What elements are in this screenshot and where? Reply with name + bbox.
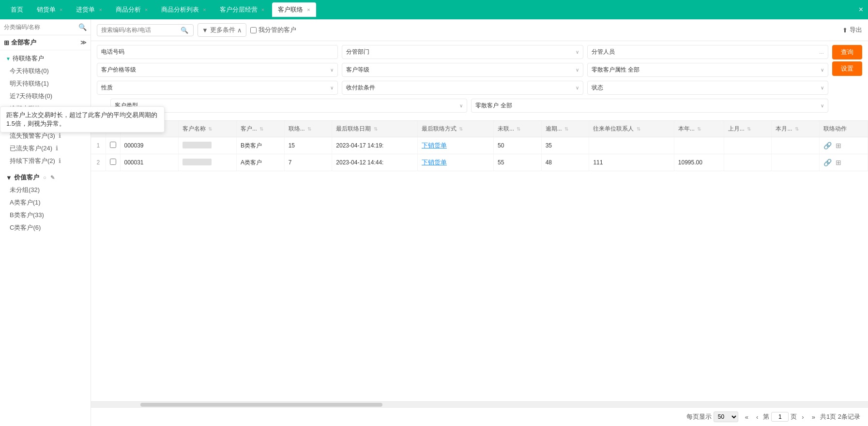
row-checkbox-cell[interactable] bbox=[106, 137, 120, 154]
more-conditions-btn[interactable]: ▼ 更多条件 ∧ bbox=[198, 23, 246, 37]
page-input[interactable] bbox=[771, 412, 789, 422]
row-this-year: 10995.00 bbox=[674, 154, 724, 171]
row-last-contact-method[interactable]: 下销货单 bbox=[417, 137, 493, 154]
sort-icon-this-year[interactable]: ⇅ bbox=[697, 126, 701, 132]
nav-customer-layered[interactable]: 客户分层经营 × bbox=[214, 2, 270, 17]
sort-icon-method[interactable]: ⇅ bbox=[459, 126, 463, 132]
next-page-btn[interactable]: › bbox=[799, 412, 807, 422]
toolbar-search-icon[interactable]: 🔍 bbox=[181, 27, 188, 34]
row-checkbox[interactable] bbox=[110, 142, 116, 148]
sidebar-item-a-class[interactable]: A类客户(1) bbox=[0, 196, 91, 209]
filter-row-3: 性质 ∨ 收付款条件 ∨ 状态 ∨ bbox=[97, 81, 828, 95]
filter-price-level[interactable]: 客户价格等级 ∨ bbox=[97, 63, 338, 77]
sidebar-value-group-title[interactable]: ▼ 价值客户 ○ ✎ bbox=[0, 171, 91, 184]
sort-icon-category[interactable]: ⇅ bbox=[259, 126, 263, 132]
action-link-icon[interactable]: 🔗 bbox=[823, 159, 832, 166]
sort-icon-last-month[interactable]: ⇅ bbox=[747, 126, 751, 132]
sidebar-item-b-class[interactable]: B类客户(33) bbox=[0, 209, 91, 221]
chevron-down-icon-manager: … bbox=[819, 49, 824, 55]
nav-customer-layered-close[interactable]: × bbox=[261, 7, 264, 13]
page-nav: « ‹ 第 页 › » 共1页 2条记录 bbox=[742, 412, 860, 422]
sidebar-search-icon[interactable]: 🔍 bbox=[78, 23, 87, 31]
last-page-btn[interactable]: » bbox=[809, 412, 818, 422]
top-nav: 首页 销货单 × 进货单 × 商品分析 × 商品分析列表 × 客户分层经营 × … bbox=[0, 0, 868, 19]
nav-product-analysis-list-close[interactable]: × bbox=[203, 7, 206, 13]
filter-phone[interactable]: 电话号码 bbox=[97, 45, 338, 59]
col-name: 客户名称 ⇅ bbox=[178, 121, 236, 137]
sort-icon-contact[interactable]: ⇅ bbox=[307, 126, 311, 132]
sidebar-search-input[interactable] bbox=[4, 24, 76, 30]
filter-customer-level[interactable]: 客户等级 ∨ bbox=[342, 63, 583, 77]
sidebar-value-group: ▼ 价值客户 ○ ✎ 未分组(32) A类客户(1) B类客户(33) C类客户… bbox=[0, 171, 91, 234]
export-icon: ⬆ bbox=[842, 27, 848, 34]
export-btn[interactable]: ⬆ 导出 bbox=[842, 26, 862, 34]
prev-page-btn[interactable]: ‹ bbox=[753, 412, 761, 422]
filter-retail-attr[interactable]: 零散客户属性 全部 ∨ bbox=[587, 63, 828, 77]
sort-icon-no-contact[interactable]: ⇅ bbox=[517, 126, 520, 132]
per-page-label: 每页显示 bbox=[686, 412, 712, 421]
row-last-contact-method[interactable]: 下销货单 bbox=[417, 154, 493, 171]
nav-product-analysis[interactable]: 商品分析 × bbox=[110, 2, 153, 17]
filter-nature[interactable]: 性质 ∨ bbox=[97, 81, 338, 95]
sort-icon-overdue[interactable]: ⇅ bbox=[564, 126, 568, 132]
sidebar-collapse-btn[interactable]: ≫ bbox=[80, 39, 87, 46]
page-text-label: 第 bbox=[763, 412, 769, 421]
filter-dept[interactable]: 分管部门 ∨ bbox=[342, 45, 583, 59]
first-page-btn[interactable]: « bbox=[742, 412, 751, 422]
action-grid-icon[interactable]: ⊞ bbox=[836, 159, 841, 166]
sort-icon-this-month[interactable]: ⇅ bbox=[795, 126, 799, 132]
horizontal-scrollbar[interactable] bbox=[91, 401, 868, 407]
nav-home[interactable]: 首页 bbox=[5, 2, 29, 17]
chevron-down-icon-status: ∨ bbox=[821, 85, 824, 90]
set-button[interactable]: 设置 bbox=[832, 61, 862, 76]
row-checkbox[interactable] bbox=[110, 159, 116, 165]
row-checkbox-cell[interactable] bbox=[106, 154, 120, 171]
row-category: B类客户 bbox=[236, 137, 284, 154]
query-button[interactable]: 查询 bbox=[832, 45, 862, 59]
sort-icon-person[interactable]: ⇅ bbox=[637, 126, 640, 132]
sidebar-group-pending-title[interactable]: ▼ 待联络客户 bbox=[0, 52, 91, 65]
row-name bbox=[178, 137, 236, 154]
sidebar-item-tomorrow-pending[interactable]: 明天待联络(1) bbox=[0, 77, 91, 90]
edit-icon-value-group[interactable]: ○ bbox=[43, 175, 46, 180]
chevron-down-icon-payment: ∨ bbox=[576, 85, 579, 90]
sidebar-item-declining[interactable]: 持续下滑客户(2) ℹ bbox=[0, 155, 91, 167]
sidebar-all-customers[interactable]: ⊞ 全部客户 ≫ bbox=[0, 35, 91, 50]
sidebar-item-churned[interactable]: 已流失客户(24) ℹ bbox=[0, 142, 91, 155]
sidebar-item-today-pending[interactable]: 今天待联络(0) bbox=[0, 65, 91, 77]
nav-product-analysis-list[interactable]: 商品分析列表 × bbox=[155, 2, 212, 17]
sidebar-item-7days-pending[interactable]: 近7天待联络(0) bbox=[0, 90, 91, 103]
per-page-select[interactable]: 50 100 200 bbox=[714, 411, 738, 422]
nav-purchase-order[interactable]: 进货单 × bbox=[70, 2, 107, 17]
action-link-icon[interactable]: 🔗 bbox=[823, 142, 832, 149]
window-close-button[interactable]: × bbox=[859, 5, 863, 14]
nav-sales-order[interactable]: 销货单 × bbox=[31, 2, 68, 17]
filter-retail-customer[interactable]: 零散客户 全部 ∨ bbox=[471, 99, 828, 113]
filter-status[interactable]: 状态 ∨ bbox=[587, 81, 828, 95]
add-icon-value-group[interactable]: ✎ bbox=[50, 175, 55, 181]
nav-customer-contact-close[interactable]: × bbox=[307, 7, 310, 13]
col-last-contact-method: 最后联络方式 ⇅ bbox=[417, 121, 493, 137]
action-grid-icon[interactable]: ⊞ bbox=[836, 142, 841, 149]
row-overdue: 35 bbox=[541, 137, 589, 154]
chevron-up-icon: ∧ bbox=[237, 27, 242, 34]
nav-purchase-order-close[interactable]: × bbox=[99, 7, 102, 13]
scroll-thumb[interactable] bbox=[140, 403, 382, 407]
nav-customer-contact[interactable]: 客户联络 × bbox=[272, 2, 316, 17]
sort-icon-date[interactable]: ⇅ bbox=[374, 126, 378, 132]
col-contact-count: 联络... ⇅ bbox=[284, 121, 332, 137]
filter-manager[interactable]: 分管人员 … bbox=[587, 45, 828, 59]
my-customer-checkbox[interactable] bbox=[250, 27, 257, 33]
col-no-contact: 未联... ⇅ bbox=[493, 121, 541, 137]
filter-payment[interactable]: 收付款条件 ∨ bbox=[342, 81, 583, 95]
triangle-icon: ▼ bbox=[6, 56, 11, 61]
chevron-down-icon-retail: ∨ bbox=[821, 103, 824, 108]
filter-row-4: ... 客户类型 ∨ 零散客户 全部 ∨ bbox=[97, 99, 828, 113]
sidebar-item-ungroup[interactable]: 未分组(32) bbox=[0, 184, 91, 196]
search-input[interactable] bbox=[101, 27, 179, 33]
table-wrapper: ⚙ 客户编码 ⇅ 客户名称 ⇅ 客户... ⇅ 联络... ⇅ 最后联络日期 ⇅… bbox=[91, 121, 868, 401]
nav-sales-order-close[interactable]: × bbox=[60, 7, 62, 13]
nav-product-analysis-close[interactable]: × bbox=[145, 7, 148, 13]
sidebar-item-c-class[interactable]: C类客户(6) bbox=[0, 221, 91, 234]
sort-icon-name[interactable]: ⇅ bbox=[208, 126, 212, 132]
